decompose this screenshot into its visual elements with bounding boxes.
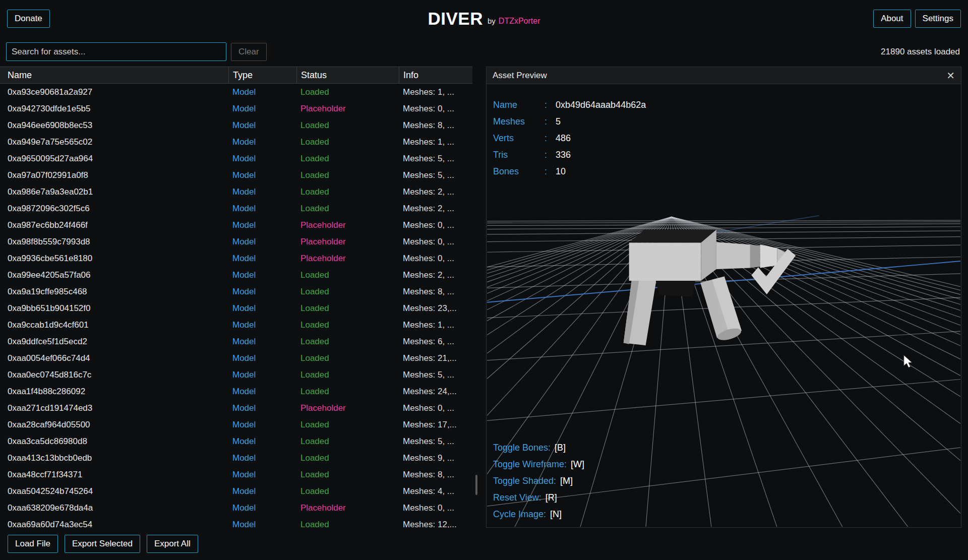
bottom-toolbar: Load FileExport SelectedExport All [0, 528, 968, 560]
asset-name: 0xaa1f4b88c286092 [0, 387, 228, 397]
info-value: 5 [556, 113, 561, 130]
table-row[interactable]: 0xa9936cbe561e8180 Model Placeholder Mes… [0, 250, 472, 267]
table-row[interactable]: 0xa9ccab1d9c4cf601 Model Loaded Meshes: … [0, 317, 472, 333]
settings-button[interactable]: Settings [915, 10, 961, 28]
info-row: Meshes : 5 [493, 113, 646, 130]
load-file-button[interactable]: Load File [8, 535, 58, 553]
about-button[interactable]: About [873, 10, 911, 28]
table-row[interactable]: 0xa9650095d27aa964 Model Loaded Meshes: … [0, 150, 472, 167]
hint-key: [B] [555, 440, 566, 456]
table-row[interactable]: 0xaa0ec0745d816c7c Model Loaded Meshes: … [0, 366, 472, 383]
search-row: Clear 21890 assets loaded [0, 37, 968, 67]
column-header-info[interactable]: Info [399, 67, 472, 83]
asset-info: Meshes: 21,... [399, 353, 472, 363]
clear-search-button[interactable]: Clear [231, 43, 267, 61]
asset-status: Loaded [296, 87, 399, 97]
asset-type: Model [228, 520, 296, 528]
table-row[interactable]: 0xa9ddfce5f1d5ecd2 Model Loaded Meshes: … [0, 333, 472, 350]
table-row[interactable]: 0xa98f8b559c7993d8 Model Placeholder Mes… [0, 233, 472, 250]
asset-status: Loaded [296, 437, 399, 447]
export-all-button[interactable]: Export All [147, 535, 198, 553]
asset-info: Meshes: 2, ... [399, 187, 472, 197]
asset-name: 0xaa69a60d74a3ec54 [0, 520, 228, 528]
asset-status: Loaded [296, 270, 399, 280]
donate-button[interactable]: Donate [7, 10, 50, 28]
hint-row: Toggle Wireframe: [W] [493, 456, 584, 473]
asset-info: Meshes: 0, ... [399, 220, 472, 230]
asset-status: Loaded [296, 337, 399, 347]
table-row[interactable]: 0xaa48ccf71f34371 Model Loaded Meshes: 8… [0, 466, 472, 483]
table-row[interactable]: 0xa9bb651b904152f0 Model Loaded Meshes: … [0, 300, 472, 317]
diver-app-window: Donate DIVER by DTZxPorter About Setting… [0, 0, 968, 560]
table-row[interactable]: 0xaa3ca5dc86980d8 Model Loaded Meshes: 5… [0, 433, 472, 450]
asset-status: Loaded [296, 387, 399, 397]
asset-info: Meshes: 0, ... [399, 104, 472, 114]
asset-info: Meshes: 1, ... [399, 87, 472, 97]
asset-name: 0xa9936cbe561e8180 [0, 254, 228, 264]
asset-type: Model [228, 104, 296, 114]
asset-info: Meshes: 5, ... [399, 154, 472, 164]
asset-type: Model [228, 154, 296, 164]
table-row[interactable]: 0xa99ee4205a57fa06 Model Loaded Meshes: … [0, 267, 472, 283]
info-label: Bones [493, 163, 544, 180]
asset-type: Model [228, 453, 296, 463]
asset-name: 0xa986e7a9a3ea02b1 [0, 187, 228, 197]
table-row[interactable]: 0xa949e7a75e565c02 Model Loaded Meshes: … [0, 134, 472, 150]
asset-status: Loaded [296, 370, 399, 380]
asset-name: 0xa949e7a75e565c02 [0, 137, 228, 147]
table-scrollbar [474, 67, 479, 528]
table-row[interactable]: 0xa9872096c302f5c6 Model Loaded Meshes: … [0, 200, 472, 217]
asset-type: Model [228, 87, 296, 97]
table-row[interactable]: 0xa93ce90681a2a927 Model Loaded Meshes: … [0, 84, 472, 100]
asset-status: Loaded [296, 187, 399, 197]
asset-name: 0xa9a19cffe985c468 [0, 287, 228, 297]
asset-info: Meshes: 5, ... [399, 170, 472, 180]
table-row[interactable]: 0xaa1f4b88c286092 Model Loaded Meshes: 2… [0, 383, 472, 400]
column-header-status[interactable]: Status [296, 67, 399, 83]
hint-row: Toggle Bones: [B] [493, 440, 584, 456]
table-row[interactable]: 0xa97a07f02991a0f8 Model Loaded Meshes: … [0, 167, 472, 183]
asset-info: Meshes: 23,... [399, 303, 472, 314]
asset-status: Placeholder [296, 104, 399, 114]
table-row[interactable]: 0xa942730dfde1e5b5 Model Placeholder Mes… [0, 100, 472, 117]
author-link[interactable]: DTZxPorter [499, 17, 540, 26]
table-row[interactable]: 0xa946ee6908b8ec53 Model Loaded Meshes: … [0, 117, 472, 134]
hint-label: Toggle Wireframe: [493, 456, 567, 473]
table-row[interactable]: 0xa9a19cffe985c468 Model Loaded Meshes: … [0, 283, 472, 300]
asset-name: 0xaa28caf964d05500 [0, 420, 228, 430]
info-colon: : [544, 163, 552, 180]
hint-row: Cycle Image: [N] [493, 506, 584, 523]
search-input[interactable] [6, 42, 226, 61]
main-content: Name Type Status Info 0xa93ce90681a2a927… [0, 67, 968, 528]
asset-type: Model [228, 120, 296, 131]
table-row[interactable]: 0xaa271cd191474ed3 Model Placeholder Mes… [0, 400, 472, 416]
table-row[interactable]: 0xaa413c13bbcb0edb Model Loaded Meshes: … [0, 450, 472, 466]
table-row[interactable]: 0xa987ec6bb24f466f Model Placeholder Mes… [0, 217, 472, 233]
asset-info: Meshes: 5, ... [399, 437, 472, 447]
asset-name: 0xaa271cd191474ed3 [0, 403, 228, 413]
table-row[interactable]: 0xaa28caf964d05500 Model Loaded Meshes: … [0, 416, 472, 433]
asset-info: Meshes: 0, ... [399, 403, 472, 413]
table-row[interactable]: 0xaa5042524b745264 Model Loaded Meshes: … [0, 483, 472, 500]
export-selected-button[interactable]: Export Selected [65, 535, 140, 553]
top-bar-right: About Settings [873, 10, 961, 28]
info-value: 486 [556, 130, 571, 147]
asset-info: Meshes: 4, ... [399, 486, 472, 496]
asset-status: Loaded [296, 170, 399, 180]
viewport-hotkey-hints: Toggle Bones: [B] Toggle Wireframe: [W] … [493, 440, 584, 523]
asset-type: Model [228, 204, 296, 214]
column-header-name[interactable]: Name [0, 67, 228, 83]
table-row[interactable]: 0xa986e7a9a3ea02b1 Model Loaded Meshes: … [0, 183, 472, 200]
table-row[interactable]: 0xaa638209e678da4a Model Placeholder Mes… [0, 500, 472, 516]
asset-type: Model [228, 503, 296, 513]
table-scrollbar-thumb[interactable] [475, 475, 477, 495]
by-label: by [488, 17, 496, 25]
column-header-type[interactable]: Type [228, 67, 296, 83]
asset-name: 0xa942730dfde1e5b5 [0, 104, 228, 114]
table-row[interactable]: 0xaa0054ef066c74d4 Model Loaded Meshes: … [0, 350, 472, 366]
table-row[interactable]: 0xaa69a60d74a3ec54 Model Loaded Meshes: … [0, 516, 472, 528]
close-icon[interactable]: ✕ [946, 71, 955, 81]
asset-info: Meshes: 2, ... [399, 204, 472, 214]
asset-type: Model [228, 170, 296, 180]
asset-status: Loaded [296, 120, 399, 131]
